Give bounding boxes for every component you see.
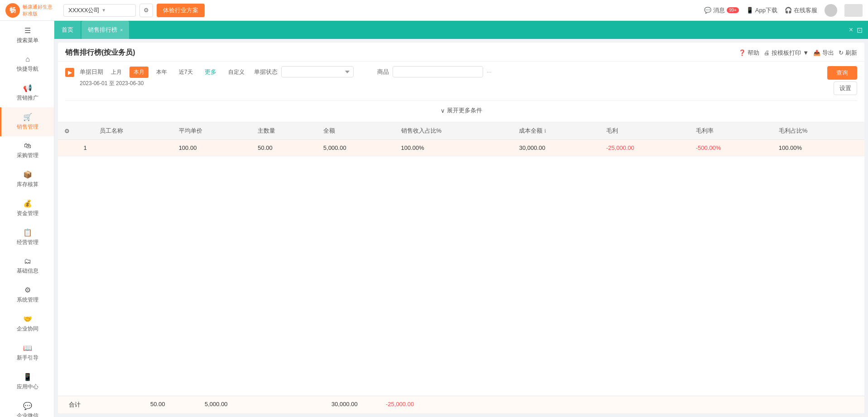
expand-chevron-icon: ∨ [441, 107, 445, 114]
header-actions: ❓ 帮助 🖨 按模板打印 ▼ 📤 导出 ↻ 刷新 [739, 49, 857, 57]
sys-icon: ⚙ [24, 286, 31, 294]
this-year-btn[interactable]: 本年 [152, 67, 171, 78]
help-icon: ❓ [739, 49, 746, 56]
quick-nav-icon: ⌂ [25, 55, 30, 63]
sidebar-item-label: 销售管理 [17, 123, 38, 131]
col-profit-rate: 毛利率 [691, 122, 773, 140]
sidebar-item-app-center[interactable]: 📱 应用中心 [0, 367, 54, 396]
sidebar-item-new-guide[interactable]: 📖 新手引导 [0, 338, 54, 367]
sidebar-item-purchase[interactable]: 🛍 采购管理 [0, 136, 54, 165]
goods-more-icon[interactable]: ··· [487, 68, 492, 75]
this-month-btn[interactable]: 本月 [129, 67, 149, 78]
col-sales-pct: 销售收入占比% [396, 122, 514, 140]
sidebar-item-sys-mgmt[interactable]: ⚙ 系统管理 [0, 280, 54, 309]
sidebar-item-sales[interactable]: 🛒 销售管理 [0, 107, 54, 136]
app-download-btn[interactable]: 📱 App下载 [746, 6, 777, 14]
message-btn[interactable]: 💬 消息 99+ [704, 6, 739, 14]
status-filter-group: 单据状态 [254, 66, 354, 77]
row-employee [94, 140, 173, 156]
date-range: 2023-06-01 至 2023-06-30 [80, 80, 144, 86]
sidebar-item-label: 企业微信 [17, 412, 38, 417]
col-employee: 员工名称 [94, 122, 173, 140]
chevron-down-icon: ▼ [101, 8, 106, 13]
purchase-icon: 🛍 [24, 142, 31, 150]
goods-filter-group: 商品 ··· [377, 66, 492, 77]
status-label: 单据状态 [254, 68, 278, 76]
app-label: App下载 [755, 6, 777, 14]
row-profit: -25,000.00 [601, 140, 691, 156]
more-date-btn[interactable]: 更多 [201, 66, 221, 78]
footer-cells: 合计 50.00 5,000.00 30,000.00 -25,000.00 [63, 401, 859, 409]
footer-spacer [254, 401, 326, 409]
row-qty: 50.00 [252, 140, 318, 156]
query-btn[interactable]: 查询 [827, 66, 857, 80]
table-row: 1 100.00 50.00 5,000.00 100.00% 30,000.0… [58, 140, 864, 156]
top-right-area: 💬 消息 99+ 📱 App下载 🎧 在线客服 [704, 4, 863, 17]
sidebar-item-label: 快捷导航 [17, 65, 38, 73]
filter-expand-arrow[interactable]: ▶ [65, 68, 74, 77]
tab-close-icon[interactable]: × [120, 27, 123, 33]
basic-info-icon: 🗂 [24, 257, 31, 265]
sidebar-item-quick-nav[interactable]: ⌂ 快捷导航 [0, 50, 54, 78]
help-btn[interactable]: ❓ 帮助 [739, 49, 759, 57]
sidebar-item-enterprise-wechat[interactable]: 💬 企业微信 [0, 396, 54, 417]
window-restore-icon[interactable]: ⊡ [857, 26, 863, 34]
col-avg-price: 平均单价 [173, 122, 253, 140]
online-service-btn[interactable]: 🎧 在线客服 [785, 6, 817, 14]
print-chevron-icon: ▼ [803, 49, 809, 56]
goods-label: 商品 [377, 68, 389, 76]
sales-icon: 🛒 [23, 113, 32, 121]
avatar[interactable] [825, 4, 837, 17]
sidebar-item-label: 基础信息 [17, 267, 38, 275]
page-title: 销售排行榜(按业务员) [65, 48, 135, 58]
page-content: 销售排行榜(按业务员) ❓ 帮助 🖨 按模板打印 ▼ 📤 导出 [58, 43, 864, 413]
sidebar-item-fund[interactable]: 💰 资金管理 [0, 194, 54, 223]
tab-bar: 首页 销售排行榜 × × ⊡ [54, 21, 868, 39]
ops-icon: 📋 [23, 228, 32, 237]
sidebar-item-search-order[interactable]: ☰ 搜索菜单 [0, 21, 54, 50]
app-icon: 📱 [746, 7, 753, 14]
tab-bar-actions: × ⊡ [844, 26, 868, 34]
inventory-icon: 📦 [23, 170, 32, 179]
refresh-btn[interactable]: ↻ 刷新 [839, 49, 857, 57]
goods-input[interactable] [393, 66, 483, 77]
search-order-icon: ☰ [24, 26, 31, 35]
print-btn[interactable]: 🖨 按模板打印 ▼ [764, 49, 809, 57]
row-icon-cell [58, 140, 76, 156]
sidebar-item-label: 系统管理 [17, 296, 38, 304]
sidebar-item-inventory[interactable]: 📦 库存核算 [0, 165, 54, 194]
expand-more-btn[interactable]: ∨ 展开更多条件 [65, 104, 857, 117]
window-close-icon[interactable]: × [849, 26, 853, 34]
sidebar-item-enterprise-collab[interactable]: 🤝 企业协同 [0, 309, 54, 338]
sidebar-item-label: 搜索菜单 [17, 37, 38, 44]
date-filter-group: 单据日期 上月 本月 本年 近7天 更多 自定义 2023-06-01 至 20… [80, 66, 249, 87]
col-settings[interactable]: ⚙ [58, 122, 76, 140]
sidebar-item-label: 经营管理 [17, 239, 38, 246]
logo-icon: 畅 [5, 3, 20, 18]
export-btn[interactable]: 📤 导出 [813, 49, 834, 57]
filter-area: ▶ 单据日期 上月 本月 本年 近7天 更多 自定义 [58, 62, 864, 122]
export-icon: 📤 [813, 49, 820, 56]
sidebar-item-ops[interactable]: 📋 经营管理 [0, 223, 54, 252]
last-month-btn[interactable]: 上月 [107, 67, 126, 78]
sidebar: ☰ 搜索菜单 ⌂ 快捷导航 📢 营销推广 🛒 销售管理 🛍 采购管理 📦 库存核… [0, 21, 54, 417]
company-selector[interactable]: XXXXX公司 ▼ [63, 4, 136, 17]
settings-icon-btn[interactable]: ⚙ [139, 4, 153, 17]
settings-btn[interactable]: 设置 [834, 81, 857, 95]
trial-btn[interactable]: 体验行业方案 [157, 4, 205, 17]
date-label: 单据日期 [80, 68, 103, 76]
sidebar-item-marketing[interactable]: 📢 营销推广 [0, 78, 54, 107]
message-icon: 💬 [704, 7, 711, 14]
tab-sales-ranking[interactable]: 销售排行榜 × [82, 21, 129, 39]
status-select[interactable] [281, 66, 354, 77]
last7-btn[interactable]: 近7天 [175, 67, 197, 78]
custom-btn[interactable]: 自定义 [224, 67, 249, 78]
sidebar-item-basic-info[interactable]: 🗂 基础信息 [0, 252, 54, 280]
user-name-placeholder[interactable] [844, 4, 863, 17]
footer-cost: 30,000.00 [326, 401, 380, 409]
tab-label: 销售排行榜 [88, 26, 117, 34]
collab-icon: 🤝 [23, 315, 32, 323]
action-btns: 查询 设置 [827, 66, 857, 95]
tab-home[interactable]: 首页 [54, 21, 81, 39]
sidebar-item-label: 应用中心 [17, 383, 38, 391]
